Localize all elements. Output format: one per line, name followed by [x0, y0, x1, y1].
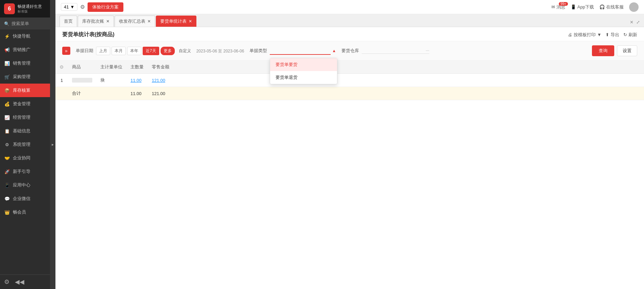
nav-icon-marketing: 📢 — [4, 47, 10, 53]
settings-btn[interactable]: 设置 — [617, 45, 637, 56]
cell-amount: 121.00 — [148, 74, 173, 87]
nav-label-basic-info: 基础信息 — [13, 128, 30, 134]
sidebar-item-enterprise-wechat[interactable]: 💬 企业微信 — [0, 192, 50, 205]
sidebar-item-finance[interactable]: 💰 资金管理 — [0, 97, 50, 111]
avatar[interactable] — [629, 2, 639, 12]
sidebar-logo: 6 畅捷通好生意 标准版 — [0, 0, 50, 18]
tabbar-controls: ✕ ⤢ — [630, 20, 640, 25]
topbar: 41 ▼ ⚙ 体验行业方案 ✉ 消息 99+ 📱 App下载 🎧 在线客服 — [55, 0, 644, 14]
type-input[interactable] — [270, 47, 331, 55]
dropdown-item-order-return[interactable]: 要货单退货 — [270, 71, 337, 84]
nav-label-finance: 资金管理 — [13, 101, 30, 107]
sidebar-item-sales-mgmt[interactable]: 📊 销售管理 — [0, 57, 50, 70]
type-caret-up-icon[interactable]: ▲ — [332, 48, 336, 53]
query-btn[interactable]: 查询 — [592, 45, 614, 56]
online-service-btn[interactable]: 🎧 在线客服 — [599, 4, 624, 10]
company-selector[interactable]: 41 ▼ — [61, 3, 77, 11]
message-icon: ✉ — [551, 4, 555, 9]
tab-home[interactable]: 首页 — [59, 16, 77, 27]
settings-gear-icon[interactable]: ⚙ — [80, 4, 85, 10]
phone-icon: 📱 — [571, 4, 576, 9]
sidebar-item-marketing[interactable]: 📢 营销推广 — [0, 43, 50, 57]
app-download-btn[interactable]: 📱 App下载 — [571, 4, 594, 10]
sidebar-collapse-btn[interactable]: ▸ — [50, 0, 55, 289]
cell-product — [68, 74, 96, 87]
tab-inventory-batch-close[interactable]: ✕ — [106, 19, 110, 24]
messages-btn[interactable]: ✉ 消息 99+ — [551, 4, 565, 10]
collapse-icon[interactable]: ◀◀ — [15, 278, 24, 286]
footer-extra — [173, 87, 644, 100]
tab-order-stats[interactable]: 要货单统计表 ✕ — [156, 16, 196, 27]
nav-label-enterprise-wechat: 企业微信 — [13, 196, 30, 202]
nav-label-sales-mgmt: 销售管理 — [13, 60, 30, 66]
filter-date-group: 单据日期 上月 本月 本年 近7天 更多 自定义 2023-05-06 至 20… — [76, 47, 244, 55]
print-btn[interactable]: 🖨 按模板打印 ▼ — [568, 32, 601, 38]
table-footer-row: 合计 11.00 121.00 — [55, 87, 644, 100]
col-qty: 主数量 — [126, 61, 148, 74]
col-product: 商品 — [68, 61, 96, 74]
sidebar-item-business-mgmt[interactable]: 📈 经营管理 — [0, 111, 50, 124]
topbar-right: ✉ 消息 99+ 📱 App下载 🎧 在线客服 — [551, 2, 639, 12]
page-title: 要货单统计表(按商品) — [62, 31, 115, 38]
sidebar-item-guide[interactable]: 🚀 新手引导 — [0, 165, 50, 178]
nav-icon-finance: 💰 — [4, 101, 10, 107]
date-btn-this-year[interactable]: 本年 — [127, 47, 141, 55]
tab-receive-summary-label: 收发存汇总表 — [119, 18, 145, 24]
date-btn-more[interactable]: 更多 — [161, 47, 175, 55]
warehouse-input[interactable] — [362, 48, 424, 53]
filter-actions: 查询 设置 — [592, 45, 637, 56]
tab-inventory-batch[interactable]: 库存批次账 ✕ — [78, 16, 114, 27]
nav-icon-purchase-mgmt: 🛒 — [4, 74, 10, 80]
expand-tabs-icon[interactable]: ⤢ — [636, 20, 640, 25]
sidebar: 6 畅捷通好生意 标准版 🔍 搜索菜单 ⚡ 快捷导航 📢 营销推广 📊 销售管理… — [0, 0, 50, 289]
sidebar-item-app-center[interactable]: 📱 应用中心 — [0, 178, 50, 192]
industry-btn[interactable]: 体验行业方案 — [88, 2, 123, 12]
tab-order-stats-close[interactable]: ✕ — [189, 19, 192, 24]
nav-label-enterprise-collab: 企业协同 — [13, 155, 30, 161]
nav-label-marketing: 营销推广 — [13, 47, 30, 53]
date-range-display: 2023-05-06 至 2023-06-06 — [196, 48, 244, 54]
warehouse-input-wrap: ··· — [362, 48, 429, 54]
nav-label-inventory: 库存核算 — [13, 87, 30, 93]
tabbar: 首页 库存批次账 ✕ 收发存汇总表 ✕ 要货单统计表 ✕ ✕ ⤢ — [55, 14, 644, 27]
col-amount: 零售金额 — [148, 61, 173, 74]
date-btn-custom[interactable]: 自定义 — [176, 47, 194, 55]
footer-qty: 11.00 — [126, 87, 148, 100]
sidebar-item-quick-nav[interactable]: ⚡ 快捷导航 — [0, 29, 50, 43]
settings-icon[interactable]: ⚙ — [4, 278, 9, 286]
table-settings-icon[interactable]: ⚙ — [59, 64, 64, 70]
export-icon: ⬆ — [605, 32, 609, 37]
tab-receive-summary-close[interactable]: ✕ — [147, 19, 151, 24]
date-btn-last-month[interactable]: 上月 — [96, 47, 110, 55]
nav-label-system-mgmt: 系统管理 — [13, 141, 30, 148]
footer-amount: 121.00 — [148, 87, 173, 100]
warehouse-more-icon[interactable]: ··· — [426, 48, 429, 53]
date-label: 单据日期 — [76, 48, 93, 54]
close-all-icon[interactable]: ✕ — [630, 20, 634, 25]
headset-icon: 🎧 — [599, 4, 605, 9]
date-buttons: 上月 本月 本年 近7天 更多 自定义 — [96, 47, 194, 55]
date-btn-last-7-days[interactable]: 近7天 — [143, 47, 159, 55]
sidebar-search[interactable]: 🔍 搜索菜单 — [0, 18, 50, 29]
date-btn-this-month[interactable]: 本月 — [112, 47, 126, 55]
page-header-actions: 🖨 按模板打印 ▼ ⬆ 导出 ↻ 刷新 — [568, 32, 637, 38]
export-btn[interactable]: ⬆ 导出 — [605, 32, 619, 38]
sidebar-item-purchase-mgmt[interactable]: 🛒 采购管理 — [0, 70, 50, 84]
nav-label-purchase-mgmt: 采购管理 — [13, 74, 30, 80]
sidebar-item-member[interactable]: 👑 畅会员 — [0, 205, 50, 219]
type-dropdown-wrap: ▲ 要货单要货 要货单退货 — [270, 47, 336, 55]
refresh-btn[interactable]: ↻ 刷新 — [623, 32, 637, 38]
app-name: 畅捷通好生意 标准版 — [18, 4, 42, 14]
nav-label-business-mgmt: 经营管理 — [13, 114, 30, 120]
nav-icon-guide: 🚀 — [4, 169, 10, 175]
tab-inventory-batch-label: 库存批次账 — [82, 18, 104, 24]
dropdown-item-order-goods[interactable]: 要货单要货 — [270, 58, 337, 71]
search-icon: 🔍 — [4, 21, 9, 26]
sidebar-item-system-mgmt[interactable]: ⚙ 系统管理 — [0, 138, 50, 151]
sidebar-item-basic-info[interactable]: 📋 基础信息 — [0, 124, 50, 138]
filter-expand-btn[interactable]: » — [62, 47, 70, 55]
tab-receive-summary[interactable]: 收发存汇总表 ✕ — [115, 16, 155, 27]
sidebar-item-enterprise-collab[interactable]: 🤝 企业协同 — [0, 151, 50, 165]
sidebar-item-inventory[interactable]: 📦 库存核算 — [0, 84, 50, 97]
nav-icon-business-mgmt: 📈 — [4, 114, 10, 120]
